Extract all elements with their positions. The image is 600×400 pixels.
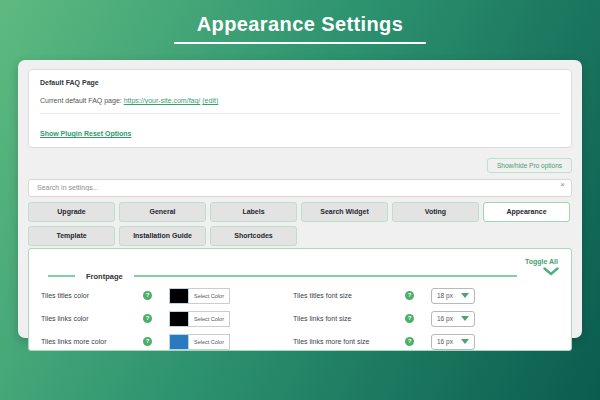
caret-down-icon	[461, 316, 469, 321]
color-swatch[interactable]	[169, 311, 189, 327]
search-input[interactable]	[28, 179, 572, 197]
color-swatch[interactable]	[169, 334, 189, 350]
font-size-value: 16 px	[437, 338, 453, 345]
tab-labels[interactable]: Labels	[210, 202, 297, 222]
caret-down-icon	[461, 293, 469, 298]
settings-tabs: Upgrade General Labels Search Widget Vot…	[28, 202, 572, 246]
tab-installation-guide[interactable]: Installation Guide	[119, 226, 206, 246]
font-settings-column: Tiles titles font size ? 18 px Tiles lin…	[293, 288, 559, 357]
setting-label: Tiles links color	[41, 315, 143, 322]
setting-label: Tiles links more font size	[293, 338, 405, 345]
show-hide-pro-button[interactable]: Show/hide Pro options	[487, 158, 572, 173]
color-swatch[interactable]	[169, 288, 189, 304]
setting-row-tiles-titles-font-size: Tiles titles font size ? 18 px	[293, 288, 559, 304]
tab-search-widget[interactable]: Search Widget	[301, 202, 388, 222]
info-icon[interactable]: ?	[405, 291, 414, 300]
section-line-right	[134, 275, 517, 277]
tab-shortcodes[interactable]: Shortcodes	[210, 226, 297, 246]
caret-down-icon	[461, 339, 469, 344]
font-size-select[interactable]: 18 px	[431, 288, 475, 304]
title-underline	[174, 42, 426, 44]
tab-appearance[interactable]: Appearance	[483, 202, 570, 222]
color-picker: Select Color	[169, 334, 230, 350]
setting-row-tiles-links-font-size: Tiles links font size ? 16 px	[293, 311, 559, 327]
search-row: ×	[28, 176, 572, 197]
color-picker: Select Color	[169, 311, 230, 327]
font-size-value: 16 px	[437, 315, 453, 322]
section-line-left	[48, 275, 75, 277]
tab-voting[interactable]: Voting	[392, 202, 479, 222]
pro-options-row: Show/hide Pro options	[28, 154, 572, 169]
info-icon[interactable]: ?	[143, 314, 152, 323]
tab-template[interactable]: Template	[28, 226, 115, 246]
setting-row-tiles-links-more-color: Tiles links more color ? Select Color	[41, 334, 293, 350]
page-title: Appearance Settings	[0, 13, 600, 36]
color-settings-column: Tiles titles color ? Select Color Tiles …	[41, 288, 293, 357]
select-color-button[interactable]: Select Color	[189, 334, 230, 350]
font-size-select[interactable]: 16 px	[431, 311, 475, 327]
tab-general[interactable]: General	[119, 202, 206, 222]
divider	[40, 113, 560, 114]
info-icon[interactable]: ?	[143, 337, 152, 346]
current-faq-label: Current default FAQ page:	[40, 97, 122, 104]
toggle-all-link[interactable]: Toggle All	[525, 258, 558, 265]
setting-label: Tiles links font size	[293, 315, 405, 322]
setting-label: Tiles links more color	[41, 338, 143, 345]
select-color-button[interactable]: Select Color	[189, 288, 230, 304]
settings-panel: Default FAQ Page Current default FAQ pag…	[18, 60, 582, 338]
info-icon[interactable]: ?	[405, 314, 414, 323]
section-title: Frontpage	[86, 272, 123, 281]
info-icon[interactable]: ?	[405, 337, 414, 346]
info-icon[interactable]: ?	[143, 291, 152, 300]
tab-upgrade[interactable]: Upgrade	[28, 202, 115, 222]
setting-row-tiles-links-more-font-size: Tiles links more font size ? 16 px	[293, 334, 559, 350]
setting-label: Tiles titles font size	[293, 292, 405, 299]
faq-card-heading: Default FAQ Page	[40, 79, 560, 86]
default-faq-card: Default FAQ Page Current default FAQ pag…	[28, 69, 572, 148]
chevron-down-icon[interactable]	[543, 267, 559, 276]
edit-link[interactable]: (edit)	[202, 97, 218, 104]
page-header: Appearance Settings	[0, 0, 600, 44]
font-size-value: 18 px	[437, 292, 453, 299]
setting-row-tiles-titles-color: Tiles titles color ? Select Color	[41, 288, 293, 304]
clear-search-icon[interactable]: ×	[560, 180, 565, 189]
frontpage-section-header: Frontpage	[41, 249, 559, 281]
appearance-tab-content: Toggle All Frontpage Tiles titles color …	[28, 248, 572, 351]
select-color-button[interactable]: Select Color	[189, 311, 230, 327]
setting-row-tiles-links-color: Tiles links color ? Select Color	[41, 311, 293, 327]
current-faq-line: Current default FAQ page: https://your-s…	[40, 97, 560, 104]
plugin-reset-link[interactable]: Show Plugin Reset Options	[40, 130, 131, 137]
color-picker: Select Color	[169, 288, 230, 304]
faq-url-link[interactable]: https://your-site.com/faq/	[124, 97, 201, 104]
setting-label: Tiles titles color	[41, 292, 143, 299]
settings-grid: Tiles titles color ? Select Color Tiles …	[41, 288, 559, 357]
font-size-select[interactable]: 16 px	[431, 334, 475, 350]
